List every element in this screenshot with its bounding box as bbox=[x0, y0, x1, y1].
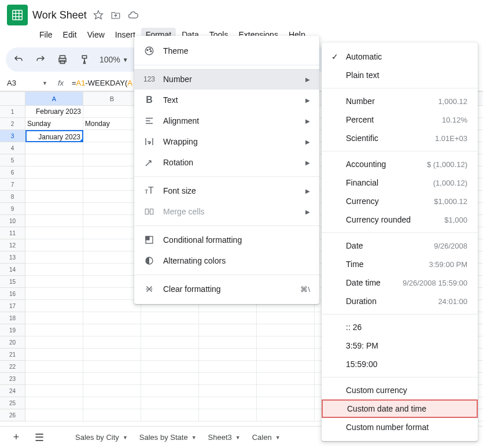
all-sheets-button[interactable]: ☰ bbox=[30, 428, 49, 447]
sheet-tab[interactable]: Sales by City▼ bbox=[71, 428, 132, 446]
menu-item-number[interactable]: 123Number▶ bbox=[134, 69, 319, 90]
cell[interactable] bbox=[25, 361, 83, 373]
cell[interactable]: January 2023 bbox=[25, 130, 83, 142]
cell[interactable] bbox=[25, 215, 83, 227]
cell[interactable] bbox=[83, 251, 141, 264]
cell[interactable] bbox=[83, 154, 141, 166]
add-sheet-button[interactable]: + bbox=[7, 428, 25, 447]
cell[interactable] bbox=[141, 349, 199, 361]
menu-item-rotation[interactable]: Rotation▶ bbox=[134, 152, 319, 173]
cell[interactable] bbox=[83, 288, 141, 300]
cell[interactable] bbox=[83, 142, 141, 154]
cell[interactable] bbox=[83, 373, 141, 385]
number-format-financial[interactable]: Financial(1,000.12) bbox=[322, 173, 478, 192]
cell[interactable] bbox=[141, 312, 199, 324]
paint-format-button[interactable] bbox=[78, 53, 91, 66]
cell[interactable] bbox=[25, 203, 83, 215]
column-header[interactable]: B bbox=[83, 92, 141, 106]
cell[interactable] bbox=[199, 312, 257, 324]
row-header[interactable]: 8 bbox=[0, 191, 25, 203]
menu-file[interactable]: File bbox=[35, 28, 57, 42]
number-format-date[interactable]: Date9/26/2008 bbox=[322, 236, 478, 255]
cell[interactable] bbox=[83, 385, 141, 397]
number-format-3-59-pm[interactable]: 3:59: PM bbox=[322, 336, 478, 355]
cell[interactable] bbox=[141, 373, 199, 385]
cell[interactable] bbox=[83, 349, 141, 361]
cell[interactable] bbox=[25, 324, 83, 336]
row-header[interactable]: 16 bbox=[0, 288, 25, 300]
row-header[interactable]: 4 bbox=[0, 142, 25, 154]
cell[interactable] bbox=[25, 191, 83, 203]
row-header[interactable]: 25 bbox=[0, 397, 25, 409]
cell[interactable] bbox=[25, 397, 83, 409]
cell[interactable] bbox=[257, 336, 315, 349]
cell[interactable] bbox=[83, 130, 141, 142]
row-header[interactable]: 19 bbox=[0, 324, 25, 336]
cell[interactable] bbox=[25, 385, 83, 397]
cell[interactable] bbox=[199, 397, 257, 409]
cell[interactable] bbox=[257, 373, 315, 385]
number-format-15-59-00[interactable]: 15:59:00 bbox=[322, 355, 478, 373]
row-header[interactable]: 22 bbox=[0, 361, 25, 373]
print-button[interactable] bbox=[56, 53, 69, 66]
number-format--26[interactable]: :: 26 bbox=[322, 318, 478, 336]
row-header[interactable]: 11 bbox=[0, 227, 25, 239]
cell[interactable] bbox=[25, 142, 83, 154]
menu-item-wrapping[interactable]: Wrapping▶ bbox=[134, 131, 319, 152]
sheet-tab[interactable]: Sales by State▼ bbox=[135, 428, 201, 446]
menu-item-clear-formatting[interactable]: Clear formatting⌘\ bbox=[134, 279, 319, 299]
cell[interactable] bbox=[141, 324, 199, 336]
number-format-duration[interactable]: Duration24:01:00 bbox=[322, 292, 478, 310]
cell[interactable] bbox=[83, 239, 141, 251]
row-header[interactable]: 23 bbox=[0, 373, 25, 385]
cell[interactable] bbox=[25, 154, 83, 166]
cell[interactable] bbox=[83, 264, 141, 276]
cell[interactable] bbox=[25, 166, 83, 179]
cell[interactable] bbox=[25, 276, 83, 288]
star-icon[interactable] bbox=[93, 9, 104, 21]
cell[interactable] bbox=[25, 288, 83, 300]
row-header[interactable]: 21 bbox=[0, 349, 25, 361]
menu-item-text[interactable]: BText▶ bbox=[134, 90, 319, 110]
cell[interactable] bbox=[25, 349, 83, 361]
sheets-logo[interactable] bbox=[7, 5, 28, 25]
document-title[interactable]: Work Sheet bbox=[32, 9, 87, 21]
cell[interactable] bbox=[199, 336, 257, 349]
cell[interactable] bbox=[83, 300, 141, 312]
number-format-time[interactable]: Time3:59:00 PM bbox=[322, 255, 478, 273]
number-format-custom-date-and-time[interactable]: Custom date and time bbox=[322, 399, 478, 418]
number-format-percent[interactable]: Percent10.12% bbox=[322, 110, 478, 129]
number-format-scientific[interactable]: Scientific1.01E+03 bbox=[322, 129, 478, 147]
row-header[interactable]: 9 bbox=[0, 203, 25, 215]
cell[interactable] bbox=[25, 179, 83, 191]
cell[interactable] bbox=[83, 397, 141, 409]
name-box[interactable]: A3 ▼ bbox=[0, 79, 52, 87]
cell[interactable]: Sunday bbox=[25, 118, 83, 130]
row-header[interactable]: 24 bbox=[0, 385, 25, 397]
row-header[interactable]: 17 bbox=[0, 300, 25, 312]
column-header[interactable]: A bbox=[25, 92, 83, 106]
cell[interactable] bbox=[83, 106, 141, 118]
cloud-status-icon[interactable] bbox=[127, 9, 139, 21]
menu-item-conditional-formatting[interactable]: Conditional formatting bbox=[134, 229, 319, 250]
undo-button[interactable] bbox=[12, 53, 25, 66]
menu-edit[interactable]: Edit bbox=[58, 28, 82, 42]
cell[interactable] bbox=[141, 336, 199, 349]
cell[interactable] bbox=[25, 239, 83, 251]
cell[interactable] bbox=[257, 349, 315, 361]
cell[interactable] bbox=[83, 215, 141, 227]
cell[interactable] bbox=[141, 397, 199, 409]
cell[interactable] bbox=[257, 409, 315, 421]
cell[interactable] bbox=[83, 312, 141, 324]
row-header[interactable]: 15 bbox=[0, 276, 25, 288]
cell[interactable] bbox=[25, 251, 83, 264]
row-header[interactable]: 26 bbox=[0, 409, 25, 421]
number-format-number[interactable]: Number1,000.12 bbox=[322, 92, 478, 110]
cell[interactable] bbox=[83, 361, 141, 373]
row-header[interactable]: 20 bbox=[0, 336, 25, 349]
cell[interactable] bbox=[141, 361, 199, 373]
cell[interactable] bbox=[257, 397, 315, 409]
number-format-accounting[interactable]: Accounting$ (1,000.12) bbox=[322, 155, 478, 173]
cell[interactable] bbox=[25, 336, 83, 349]
menu-item-alignment[interactable]: Alignment▶ bbox=[134, 110, 319, 131]
